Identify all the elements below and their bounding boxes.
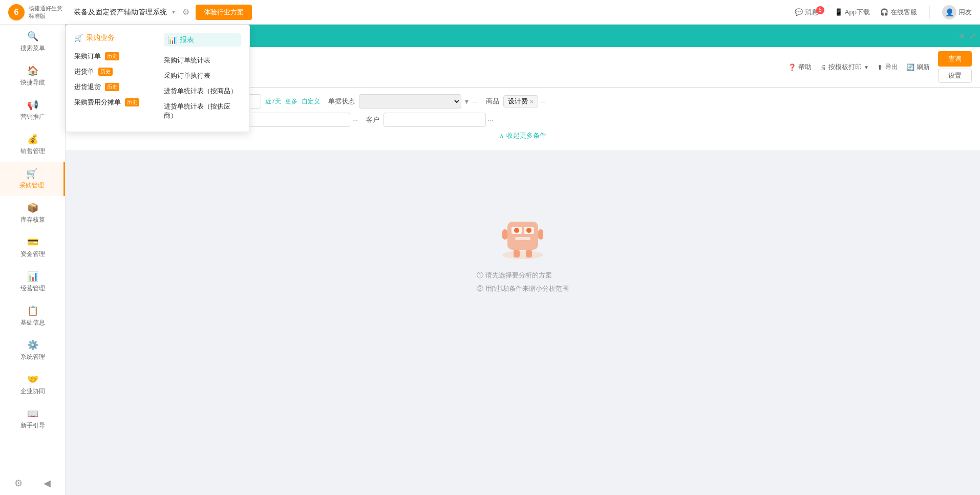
industry-btn[interactable]: 体验行业方案 [196,5,252,20]
print-btn[interactable]: 🖨 按模板打印 ▼ [820,62,869,72]
menu-item-report-3[interactable]: 进货单统计表（按供应商） [164,99,241,123]
sidebar: 🔍 搜索菜单 🏠 快捷导航 📢 营销推广 💰 销售管理 🛒 采购管理 📦 [0,25,66,495]
history-badge-2: 历史 [105,83,119,91]
shortcut-more[interactable]: 更多 [285,97,297,106]
menu-item-stock-return[interactable]: 进货退货 历史 [74,79,152,95]
history-badge-1: 历史 [98,68,113,76]
export-btn[interactable]: ⬆ 导出 [877,62,898,72]
headset-icon: 🎧 [880,8,888,16]
logo-area: 6 畅捷通好生意 标准版 [8,4,74,20]
empty-state: ① 请先选择要分析的方案 ② 用[过滤]条件来缩小分析范围 [66,151,980,356]
purchase-col-title: 🛒 采购业务 [74,33,152,42]
collapse-btn[interactable]: ∧ 收起更多条件 [499,131,546,140]
sidebar-settings-icon[interactable]: ⚙ [14,478,23,489]
help-icon: ❓ [788,63,796,71]
finance-icon: 💳 [27,236,38,248]
doc-status-dropdown-icon: ▼ [463,98,470,105]
menu-columns: 🛒 采购业务 采购订单 历史 进货单 历史 进货退货 历史 采购费用分摊单 [74,33,241,123]
doc-status-select[interactable] [359,94,461,109]
export-icon: ⬆ [877,63,883,71]
sidebar-item-operations[interactable]: 📊 经营管理 [0,265,65,299]
sidebar-item-inventory[interactable]: 📦 库存核算 [0,196,65,230]
svg-rect-1 [507,222,538,250]
refresh-icon: 🔄 [906,63,914,71]
operations-icon: 📊 [27,271,38,282]
search-icon: 🔍 [27,31,38,42]
empty-icon [492,211,553,263]
menu-item-purchase-order[interactable]: 采购订单 历史 [74,49,152,64]
sidebar-item-enterprise[interactable]: 🤝 企业协同 [0,368,65,402]
system-dropdown-arrow[interactable]: ▼ [171,9,176,15]
sidebar-item-search[interactable]: 🔍 搜索菜单 [0,25,65,59]
system-icon: ⚙️ [27,339,38,351]
svg-rect-6 [515,237,530,240]
logo-text: 畅捷通好生意 标准版 [29,5,62,19]
svg-point-4 [514,228,519,233]
sidebar-item-newbie[interactable]: 📖 新手引导 [0,402,65,436]
sidebar-item-basic-info[interactable]: 📋 基础信息 [0,299,65,333]
enterprise-icon: 🤝 [27,374,38,385]
system-settings-icon[interactable]: ⚙ [182,7,189,17]
notification-badge: 5 [816,6,824,14]
menu-item-purchase-expense[interactable]: 采购费用分摊单 历史 [74,95,152,110]
doc-status-filter: 单据状态 ▼ ··· [328,94,478,109]
customer-input[interactable] [384,113,486,127]
topbar-divider [929,6,930,18]
menu-item-report-2[interactable]: 进货单统计表（按商品） [164,83,241,99]
customer-more-icon[interactable]: ··· [488,116,494,124]
purchase-dropdown-menu: 🛒 采购业务 采购订单 历史 进货单 历史 进货退货 历史 采购费用分摊单 [66,25,250,132]
top-right-area: 💬 消息 5 📱 App下载 🎧 在线客服 👤 用友 [795,5,972,19]
home-icon: 🏠 [27,65,38,76]
report-col: 📊 报表 采购订单统计表 采购订单执行表 进货单统计表（按商品） 进货单统计表（… [164,33,241,123]
window-close-btn[interactable]: ✕ [958,31,965,41]
online-service-item[interactable]: 🎧 在线客服 [880,8,917,17]
logo-icon: 6 [8,4,25,20]
svg-rect-7 [502,229,507,240]
sidebar-bottom: ⚙ ◀ [0,471,65,495]
phone-icon: 📱 [835,8,843,16]
refresh-btn[interactable]: 🔄 刷新 [906,62,930,72]
salesperson-input[interactable] [248,113,350,127]
sidebar-item-purchase[interactable]: 🛒 采购管理 [0,162,65,196]
svg-point-0 [502,251,543,259]
sales-icon: 💰 [27,134,38,145]
shortcut-7days[interactable]: 近7天 [265,97,281,106]
goods-filter: 商品 设计费 × ··· [486,95,546,107]
notification-item[interactable]: 💬 消息 5 [795,8,824,17]
history-badge-0: 历史 [105,52,119,60]
purchase-business-col: 🛒 采购业务 采购订单 历史 进货单 历史 进货退货 历史 采购费用分摊单 [74,33,152,123]
print-dropdown-icon[interactable]: ▼ [864,64,869,70]
sidebar-item-system[interactable]: ⚙️ 系统管理 [0,333,65,368]
sidebar-item-finance[interactable]: 💳 资金管理 [0,230,65,265]
menu-item-report-1[interactable]: 采购订单执行表 [164,68,241,83]
system-name: 装备及固定资产辅助管理系统 [74,8,167,17]
goods-more-icon[interactable]: ··· [540,98,546,105]
salesperson-more-icon[interactable]: ··· [352,116,358,124]
marketing-icon: 📢 [27,99,38,111]
settings-btn[interactable]: 设置 [938,69,972,83]
sidebar-item-sales[interactable]: 💰 销售管理 [0,127,65,162]
shortcut-custom[interactable]: 自定义 [302,97,320,106]
collapse-up-icon: ∧ [499,132,504,140]
sidebar-collapse-icon[interactable]: ◀ [44,478,51,489]
app-download-item[interactable]: 📱 App下载 [835,8,870,17]
menu-item-report-0[interactable]: 采购订单统计表 [164,53,241,68]
report-col-title: 📊 报表 [164,33,241,47]
menu-item-stock-in[interactable]: 进货单 历史 [74,64,152,79]
date-shortcuts: 近7天 更多 自定义 [265,97,320,106]
user-item[interactable]: 👤 用友 [942,5,972,19]
report-col-icon: 📊 [168,36,177,44]
sidebar-item-marketing[interactable]: 📢 营销推广 [0,93,65,127]
purchase-icon: 🛒 [26,168,37,179]
help-btn[interactable]: ❓ 帮助 [788,62,812,72]
doc-status-more-icon[interactable]: ··· [472,98,478,105]
notification-icon: 💬 [795,8,803,16]
goods-tag: 设计费 × [503,95,539,107]
query-btn[interactable]: 查询 [938,51,972,67]
window-maximize-btn[interactable]: ⤢ [969,31,976,41]
svg-rect-10 [526,250,532,257]
svg-point-5 [526,228,531,233]
goods-tag-close[interactable]: × [530,98,534,105]
basic-info-icon: 📋 [27,305,38,316]
sidebar-item-quick-nav[interactable]: 🏠 快捷导航 [0,59,65,93]
